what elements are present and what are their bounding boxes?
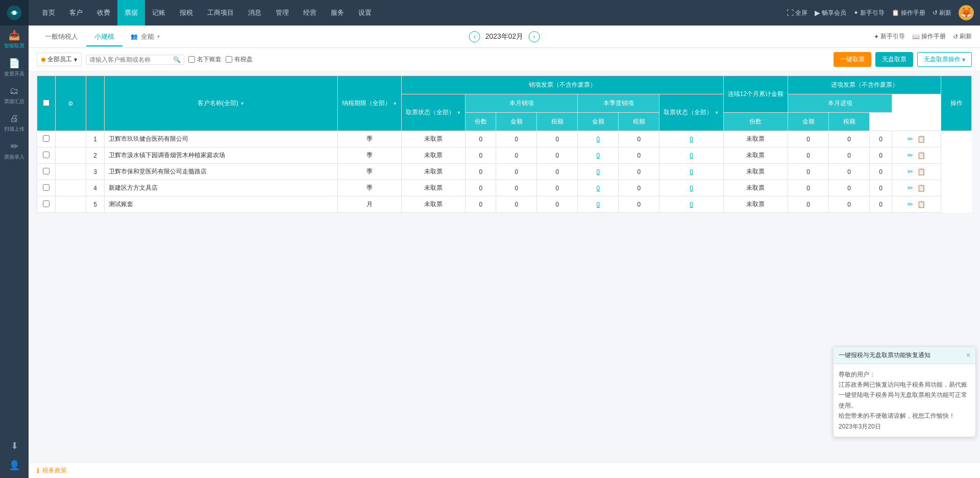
search-box: 🔍 <box>86 55 184 65</box>
nav-settings[interactable]: 设置 <box>351 0 379 26</box>
nav-home[interactable]: 首页 <box>35 0 62 26</box>
row-purchase-month-amount: 0 <box>829 147 870 164</box>
nav-bookkeeping[interactable]: 记账 <box>145 0 173 26</box>
all-tab-dropdown-icon[interactable]: ▾ <box>157 34 160 39</box>
row-checkbox[interactable] <box>43 152 50 158</box>
edit-icon[interactable]: ✏ <box>908 168 913 175</box>
detail-icon[interactable]: 📋 <box>917 184 925 192</box>
fetch-status-purchase-sort[interactable]: ▼ <box>715 110 719 115</box>
row-cumulative-12m: 0 <box>659 196 723 213</box>
tab-small[interactable]: 小规模 <box>86 27 122 46</box>
edit-icon[interactable]: ✏ <box>908 152 913 159</box>
th-sales-month-amount: 金额 <box>496 113 537 131</box>
nav-business[interactable]: 工商项目 <box>200 0 241 26</box>
detail-icon[interactable]: 📋 <box>917 200 925 208</box>
name-account-filter[interactable]: 名下账套 <box>188 55 222 64</box>
notification-close-btn[interactable]: × <box>966 351 970 359</box>
settings-icon[interactable]: ⚙ <box>68 100 74 107</box>
nav-billing[interactable]: 收费 <box>90 0 117 26</box>
row-sales-month-copies: 0 <box>465 131 496 147</box>
table-row: 4 新建区方方文具店 季 未取票 0 0 0 0 0 0 未取票 0 0 0 ✏… <box>37 180 972 196</box>
one-click-fetch-btn[interactable]: 一键取票 <box>834 52 871 67</box>
fullscreen-btn[interactable]: ⛶ 全屏 <box>787 9 807 17</box>
edit-icon[interactable]: ✏ <box>908 135 913 143</box>
search-icon[interactable]: 🔍 <box>173 56 181 63</box>
row-sales-month-copies: 0 <box>465 196 496 213</box>
row-select[interactable] <box>37 147 56 164</box>
sidebar-item-invoice-summary[interactable]: 🗂 票据汇总 <box>0 82 29 109</box>
table-row: 1 卫辉市玖玖健合医药有限公司 季 未取票 0 0 0 0 0 0 未取票 0 … <box>37 131 972 147</box>
row-checkbox[interactable] <box>43 184 50 191</box>
no-disk-fetch-btn[interactable]: 无盘取票 <box>875 52 913 67</box>
filter-bar: 全部员工 ▾ 🔍 名下账套 有税盘 一键取票 无盘取票 无盘取票操作 ▾ <box>29 48 980 71</box>
row-checkbox[interactable] <box>43 135 50 142</box>
detail-icon[interactable]: 📋 <box>917 168 925 175</box>
nav-message[interactable]: 消息 <box>241 0 268 26</box>
ops-dropdown-icon: ▾ <box>962 56 965 63</box>
th-customer-name: 客户名称(全部) ▼ <box>105 76 338 131</box>
period-next-btn[interactable]: › <box>528 31 540 42</box>
tab-all[interactable]: 👥 全能 ▾ <box>122 27 168 46</box>
row-sales-month-tax: 0 <box>537 131 578 147</box>
nav-invoice[interactable]: 票据 <box>117 0 145 26</box>
edit-icon[interactable]: ✏ <box>908 184 913 192</box>
nav-tax[interactable]: 报税 <box>173 0 200 26</box>
row-sales-quarter-tax: 0 <box>619 164 659 180</box>
refresh-btn[interactable]: ↺ 刷新 <box>933 9 951 17</box>
customer-sort-icon[interactable]: ▼ <box>240 101 244 106</box>
select-all-checkbox[interactable] <box>43 99 50 106</box>
row-select[interactable] <box>37 180 56 196</box>
refresh-circle-icon: ↺ <box>953 33 958 40</box>
th-select <box>37 76 56 131</box>
nav-customer[interactable]: 客户 <box>62 0 90 26</box>
employee-filter[interactable]: 全部员工 ▾ <box>37 53 82 66</box>
row-checkbox[interactable] <box>43 200 50 207</box>
nav-management[interactable]: 管理 <box>268 0 296 26</box>
row-select[interactable] <box>37 164 56 180</box>
newbie-guide-link[interactable]: ✦ 新手引导 <box>874 32 905 41</box>
taxperiod-sort-icon[interactable]: ▼ <box>393 101 397 106</box>
no-disk-ops-btn[interactable]: 无盘取票操作 ▾ <box>917 52 972 67</box>
row-edit-actions: ✏ 📋 <box>892 164 941 180</box>
scan-upload-icon: 🖨 <box>10 113 19 124</box>
tab-general[interactable]: 一般纳税人 <box>37 27 86 46</box>
avatar[interactable]: 🦊 <box>959 5 974 20</box>
vip-btn[interactable]: ▶ 畅享会员 <box>815 9 846 17</box>
row-select[interactable] <box>37 196 56 213</box>
tax-policy-link[interactable]: 税务政策 <box>42 466 67 475</box>
row-checkbox[interactable] <box>43 168 50 174</box>
row-purchase-month-tax: 0 <box>870 147 892 164</box>
sidebar-item-user[interactable]: 👤 <box>0 458 29 473</box>
row-purchase-month-copies: 0 <box>788 131 829 147</box>
search-input[interactable] <box>89 56 171 63</box>
nav-service[interactable]: 服务 <box>324 0 351 26</box>
detail-icon[interactable]: 📋 <box>917 152 925 159</box>
fetch-status-sales-sort[interactable]: ▼ <box>457 110 461 115</box>
row-fetch-status-purchase: 未取票 <box>723 180 788 196</box>
newbie-guide-btn[interactable]: ✦ 新手引导 <box>853 9 885 17</box>
manual-link[interactable]: 📖 操作手册 <box>912 32 946 41</box>
sidebar-item-data-entry[interactable]: ✏ 票据录入 <box>0 137 29 165</box>
guide-star-icon: ✦ <box>874 33 879 40</box>
refresh-link[interactable]: ↺ 刷新 <box>953 32 972 41</box>
row-edit-actions: ✏ 📋 <box>892 147 941 164</box>
row-num: 4 <box>86 180 105 196</box>
row-select[interactable] <box>37 131 56 147</box>
manual-btn[interactable]: 📋 操作手册 <box>892 9 925 17</box>
name-account-checkbox[interactable] <box>188 56 195 63</box>
row-purchase-month-amount: 0 <box>829 131 870 147</box>
row-purchase-month-tax: 0 <box>870 131 892 147</box>
sidebar-item-scan-upload[interactable]: 🖨 扫描上传 <box>0 109 29 137</box>
sidebar-item-smart-fetch[interactable]: 📥 智能取票 <box>0 26 29 54</box>
has-tax-disk-checkbox[interactable] <box>226 56 232 63</box>
sidebar-item-download[interactable]: ⬇ <box>0 438 29 454</box>
edit-icon[interactable]: ✏ <box>908 200 913 208</box>
period-prev-btn[interactable]: ‹ <box>469 31 480 42</box>
detail-icon[interactable]: 📋 <box>917 135 925 143</box>
row-purchase-month-tax: 0 <box>870 196 892 213</box>
th-sales-quarter-tax: 税额 <box>619 113 659 131</box>
nav-operation[interactable]: 经营 <box>296 0 324 26</box>
sidebar-item-issue-invoice[interactable]: 📄 发票开具 <box>0 54 29 82</box>
has-tax-disk-filter[interactable]: 有税盘 <box>226 55 253 64</box>
notification-popup: 一键报税与无盘取票功能恢复通知 × 尊敬的用户： 江苏政务网已恢复访问电子税务局… <box>833 346 976 437</box>
